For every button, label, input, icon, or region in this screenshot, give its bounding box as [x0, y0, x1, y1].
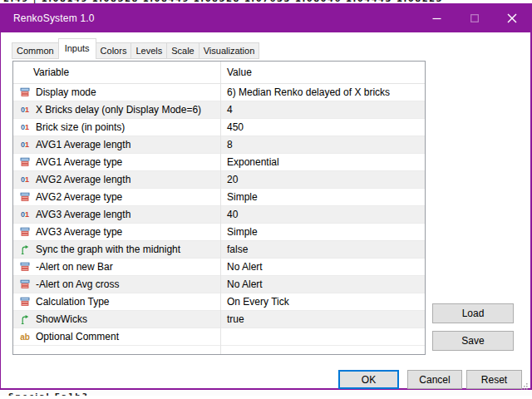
tab-levels[interactable]: Levels [131, 42, 167, 59]
text-icon: ab [19, 332, 31, 342]
tab-visualization[interactable]: Visualization [199, 42, 260, 59]
table-row[interactable]: abOptional Comment [13, 328, 425, 346]
table-row[interactable]: AVG3 Average typeSimple [13, 224, 425, 241]
backdrop-bottom-text: Special Ea1b3 [8, 392, 89, 396]
cancel-button[interactable]: Cancel [407, 370, 462, 389]
variable-label: X Bricks delay (only Display Mode=6) [36, 104, 201, 116]
tab-bar: CommonInputsColorsLevelsScaleVisualizati… [12, 37, 259, 59]
variable-label: ShowWicks [36, 313, 87, 325]
params-table: Variable Value Display mode6) Median Ren… [12, 61, 426, 355]
value-cell[interactable]: 6) Median Renko delayed of X bricks [220, 86, 425, 98]
variable-label: AVG3 Average type [36, 226, 122, 238]
table-row[interactable]: Display mode6) Median Renko delayed of X… [13, 84, 425, 101]
enum-icon [19, 262, 31, 272]
variable-label: AVG2 Average type [36, 191, 122, 203]
integer-icon: 01 [19, 140, 31, 150]
variable-label: Optional Comment [36, 331, 119, 342]
boolean-icon [19, 314, 31, 324]
table-row[interactable]: 01AVG2 Average length20 [13, 171, 425, 189]
table-row[interactable]: AVG1 Average typeExponential [13, 154, 425, 171]
table-row[interactable]: 01AVG3 Average length40 [13, 206, 425, 224]
maximize-icon [470, 14, 479, 22]
value-cell[interactable]: No Alert [220, 261, 425, 273]
tab-colors[interactable]: Colors [96, 42, 132, 59]
close-button[interactable] [493, 4, 530, 32]
value-cell[interactable]: Simple [220, 191, 425, 203]
ok-button[interactable]: OK [338, 370, 399, 389]
table-row[interactable]: 01Brick size (in points)450 [13, 119, 425, 136]
title-bar[interactable]: RenkoSystem 1.0 [1, 4, 530, 32]
tab-scale[interactable]: Scale [166, 42, 200, 59]
table-row[interactable]: -Alert on new BarNo Alert [13, 259, 425, 276]
value-cell[interactable]: true [220, 313, 425, 325]
value-cell[interactable]: 40 [220, 209, 425, 220]
variable-label: -Alert on new Bar [36, 261, 113, 273]
close-icon [507, 13, 517, 23]
load-button[interactable]: Load [432, 303, 514, 323]
enum-icon [19, 297, 31, 307]
save-button[interactable]: Save [432, 331, 514, 351]
table-row[interactable]: Sync the graph with the midnightfalse [13, 241, 425, 259]
value-cell[interactable]: Exponential [220, 156, 425, 168]
minimize-icon [432, 14, 441, 23]
value-cell[interactable]: 8 [220, 139, 425, 150]
enum-icon [19, 227, 31, 237]
variable-label: AVG3 Average length [36, 209, 131, 220]
dialog-window: RenkoSystem 1.0 CommonInputsColorsLevels… [0, 3, 532, 390]
integer-icon: 01 [19, 209, 31, 219]
enum-icon [19, 192, 31, 202]
table-header: Variable Value [13, 62, 425, 84]
variable-label: -Alert on Avg cross [36, 278, 120, 290]
table-row[interactable]: ShowWickstrue [13, 311, 425, 328]
variable-label: AVG1 Average type [36, 156, 122, 168]
table-row[interactable]: Calculation TypeOn Every Tick [13, 293, 425, 311]
value-cell[interactable]: No Alert [220, 278, 425, 290]
header-value: Value [220, 66, 425, 78]
value-cell[interactable]: 20 [220, 174, 425, 185]
variable-label: Display mode [36, 86, 96, 98]
variable-label: AVG1 Average length [36, 139, 131, 150]
boolean-icon [19, 244, 31, 254]
integer-icon: 01 [19, 175, 31, 185]
header-variable: Variable [13, 66, 220, 78]
tab-common[interactable]: Common [12, 42, 59, 59]
table-row[interactable]: 01AVG1 Average length8 [13, 136, 425, 154]
value-cell[interactable]: false [220, 244, 425, 255]
window-title: RenkoSystem 1.0 [1, 12, 95, 24]
resize-grip[interactable] [520, 378, 528, 386]
value-cell[interactable]: On Every Tick [220, 296, 425, 308]
variable-label: Calculation Type [36, 296, 110, 308]
value-cell[interactable]: 4 [220, 104, 425, 116]
reset-button[interactable]: Reset [466, 370, 522, 389]
enum-icon [19, 279, 31, 289]
column-divider [220, 62, 221, 354]
variable-label: Sync the graph with the midnight [36, 244, 180, 255]
variable-label: Brick size (in points) [36, 121, 125, 133]
integer-icon: 01 [19, 105, 31, 115]
integer-icon: 01 [19, 122, 31, 132]
value-cell[interactable]: Simple [220, 226, 425, 238]
window-controls [418, 4, 530, 32]
table-row[interactable]: AVG2 Average typeSimple [13, 189, 425, 206]
value-cell[interactable]: 450 [220, 121, 425, 133]
minimize-button[interactable] [418, 4, 456, 32]
param-table-body: Display mode6) Median Renko delayed of X… [13, 84, 425, 346]
enum-icon [19, 87, 31, 97]
backdrop-bottom-strip: Special Ea1b3 [0, 390, 532, 396]
table-row[interactable]: -Alert on Avg crossNo Alert [13, 276, 425, 293]
enum-icon [19, 157, 31, 167]
maximize-button[interactable] [456, 4, 493, 32]
variable-label: AVG2 Average length [36, 174, 131, 185]
table-row[interactable]: 01X Bricks delay (only Display Mode=6)4 [13, 101, 425, 119]
tab-inputs[interactable]: Inputs [58, 38, 96, 59]
